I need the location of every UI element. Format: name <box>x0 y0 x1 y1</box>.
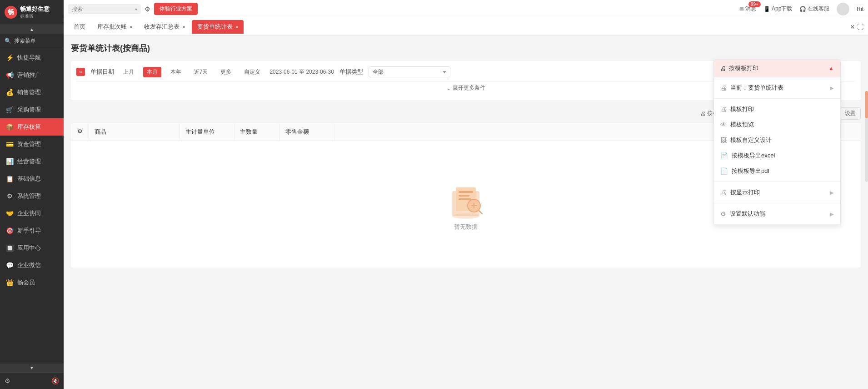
online-service-button[interactable]: 🎧 在线客服 <box>799 5 829 13</box>
template-preview-icon: 👁 <box>720 121 727 128</box>
scroll-up-btn[interactable]: ▲ <box>0 25 64 34</box>
sidebar-item-operation[interactable]: 📊 经营管理 <box>0 153 64 170</box>
template-preview-label: 模板预览 <box>730 121 834 129</box>
empty-text: 暂无数据 <box>454 223 478 231</box>
dropdown-item-template-design[interactable]: 🖼 模板自定义设计 <box>714 132 840 148</box>
dropdown-item-current-template[interactable]: 🖨 当前：要货单统计表 ▶ <box>714 80 840 96</box>
footer-settings-icon[interactable]: ⚙ <box>5 377 10 384</box>
header-settings-icon[interactable]: ⚙ <box>145 5 150 13</box>
scroll-down-btn[interactable]: ▼ <box>0 364 64 372</box>
sidebar-item-guide[interactable]: 🎯 新手引导 <box>0 222 64 239</box>
tab-order-summary[interactable]: 要货单统计表 × <box>192 20 244 34</box>
download-icon: 📱 <box>763 6 770 12</box>
logo-icon: 畅 <box>5 6 17 19</box>
template-pdf-icon: 📄 <box>720 167 728 175</box>
date-range-display: 2023-06-01 至 2023-06-30 <box>269 68 334 76</box>
sidebar-search[interactable]: 🔍 搜索菜单 <box>0 34 64 49</box>
tab-receipt-summary[interactable]: 收发存汇总表 × <box>139 20 190 34</box>
sidebar-item-label: 企业微信 <box>17 261 41 269</box>
app-subtitle: 标准版 <box>20 13 50 19</box>
header-right: ✉ 消息 99+ 📱 App下载 🎧 在线客服 Rit <box>739 3 863 15</box>
app-title: 畅通好生意 <box>20 5 50 13</box>
sidebar-item-quick-nav[interactable]: ⚡ 快捷导航 <box>0 49 64 66</box>
th-product: 商品 <box>89 123 180 141</box>
expand-button[interactable]: » <box>76 68 85 76</box>
sidebar-item-label: 经营管理 <box>17 157 41 166</box>
online-service-label: 在线客服 <box>808 5 829 13</box>
window-close-btn[interactable]: ✕ <box>850 23 855 30</box>
sidebar-item-system[interactable]: ⚙ 系统管理 <box>0 187 64 205</box>
trial-button[interactable]: 体验行业方案 <box>154 3 198 15</box>
search-icon: 🔍 <box>5 38 11 44</box>
tab-close-receipt[interactable]: × <box>182 24 185 30</box>
sidebar-item-purchase[interactable]: 🛒 采购管理 <box>0 101 64 118</box>
top-header: ⚙ 体验行业方案 ✉ 消息 99+ 📱 App下载 🎧 在线客服 Rit <box>64 0 868 18</box>
tab-batch-account[interactable]: 库存批次账 × <box>92 20 138 34</box>
sidebar-item-weixin[interactable]: 💬 企业微信 <box>0 257 64 274</box>
weixin-icon: 💬 <box>5 261 14 269</box>
print-dropdown-title: 🖨 按模板打印 <box>720 64 758 72</box>
sidebar-item-finance[interactable]: 💳 资金管理 <box>0 136 64 153</box>
dropdown-item-template-excel[interactable]: 📄 按模板导出excel <box>714 148 840 163</box>
sidebar-item-enterprise[interactable]: 🤝 企业协同 <box>0 205 64 222</box>
sidebar-item-marketing[interactable]: 📢 营销推广 <box>0 66 64 84</box>
basic-icon: 📋 <box>5 175 14 183</box>
username-label: Rit <box>857 6 863 12</box>
sidebar-item-inventory[interactable]: 📦 库存核算 <box>0 118 64 136</box>
footer-sound-icon[interactable]: 🔇 <box>51 377 59 384</box>
date-btn-last-month[interactable]: 上月 <box>120 67 138 77</box>
date-btn-7days[interactable]: 近7天 <box>190 67 212 77</box>
default-function-arrow-icon: ▶ <box>830 212 834 217</box>
tab-home[interactable]: 首页 <box>68 20 91 34</box>
vip-icon: 👑 <box>5 278 14 287</box>
app-download-label: App下载 <box>772 5 792 13</box>
th-settings[interactable]: ⚙ <box>71 123 89 141</box>
page-title: 要货单统计表(按商品) <box>71 43 861 54</box>
th-amount: 零售金额 <box>280 123 334 141</box>
tab-label: 要货单统计表 <box>197 23 233 31</box>
template-print-label: 模板打印 <box>730 105 834 113</box>
tab-label: 首页 <box>74 23 85 31</box>
notification-button[interactable]: ✉ 消息 99+ <box>739 5 756 13</box>
sidebar-item-basic[interactable]: 📋 基础信息 <box>0 170 64 187</box>
system-icon: ⚙ <box>5 192 14 200</box>
dropdown-arrow-icon[interactable]: ▲ <box>828 65 834 71</box>
header-search-container <box>68 4 141 14</box>
date-btn-this-month[interactable]: 本月 <box>143 67 161 77</box>
current-template-icon: 🖨 <box>720 84 727 91</box>
tab-close-order[interactable]: × <box>235 24 238 30</box>
expand-icon: » <box>76 68 85 76</box>
dropdown-item-default-function[interactable]: ⚙ 设置默认功能 ▶ <box>714 206 840 222</box>
th-unit: 主计量单位 <box>180 123 234 141</box>
empty-illustration <box>443 177 489 223</box>
inventory-icon: 📦 <box>5 123 14 131</box>
right-scrollbar[interactable] <box>865 91 868 182</box>
sidebar-item-sales[interactable]: 💰 销售管理 <box>0 84 64 101</box>
user-avatar[interactable] <box>837 3 849 15</box>
dropdown-item-template-pdf[interactable]: 📄 按模板导出pdf <box>714 163 840 179</box>
header-search-input[interactable] <box>68 4 141 14</box>
sales-icon: 💰 <box>5 88 14 96</box>
tab-label: 库存批次账 <box>97 23 127 31</box>
dropdown-section-default-function: ⚙ 设置默认功能 ▶ <box>714 203 840 225</box>
sidebar-item-vip[interactable]: 👑 畅会员 <box>0 274 64 291</box>
window-maximize-btn[interactable]: ⛶ <box>857 23 863 30</box>
print-icon: 🖨 <box>700 111 706 117</box>
sidebar-item-label: 畅会员 <box>17 278 35 287</box>
dropdown-item-template-preview[interactable]: 👁 模板预览 <box>714 117 840 132</box>
dropdown-item-template-print[interactable]: 🖨 模板打印 <box>714 101 840 117</box>
marketing-icon: 📢 <box>5 71 14 79</box>
date-btn-custom[interactable]: 自定义 <box>240 67 264 77</box>
dropdown-item-display-print[interactable]: 🖨 按显示打印 ▶ <box>714 185 840 200</box>
scrollbar-thumb <box>865 91 868 118</box>
sidebar-item-app-center[interactable]: 🔲 应用中心 <box>0 239 64 257</box>
type-select[interactable]: 全部 要货单 <box>369 66 450 77</box>
date-btn-more[interactable]: 更多 <box>217 67 235 77</box>
settings-button[interactable]: 设置 <box>840 107 861 120</box>
display-print-icon: 🖨 <box>720 189 727 196</box>
tab-close-batch[interactable]: × <box>130 24 132 30</box>
enterprise-icon: 🤝 <box>5 209 14 217</box>
app-download-button[interactable]: 📱 App下载 <box>763 5 792 13</box>
col-amount-label: 零售金额 <box>285 128 309 135</box>
date-btn-this-year[interactable]: 本年 <box>167 67 185 77</box>
